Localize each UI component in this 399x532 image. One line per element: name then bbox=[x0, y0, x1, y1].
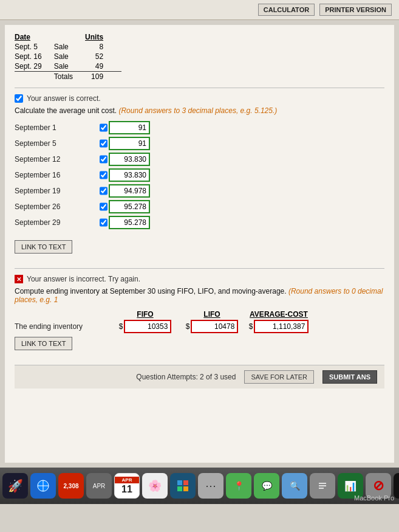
submit-answer-button[interactable]: SUBMIT ANS bbox=[322, 370, 377, 384]
maps-icon[interactable]: 📍 bbox=[226, 473, 251, 499]
date-cell: Sept. 16 bbox=[15, 52, 54, 61]
svg-rect-4 bbox=[177, 480, 182, 485]
row-checkbox[interactable] bbox=[100, 168, 107, 182]
avg-row-label: September 19 bbox=[15, 184, 100, 198]
round-note-1: (Round answers to 3 decimal places, e.g.… bbox=[118, 106, 277, 115]
date-cell: Sept. 29 bbox=[15, 61, 54, 72]
correct-notice: Your answer is correct. bbox=[15, 94, 384, 103]
sales-table: Date Units Sept. 5 Sale 8 Sept. 16 Sale … bbox=[15, 32, 121, 81]
row-checkbox[interactable] bbox=[100, 184, 107, 198]
row-checkbox[interactable] bbox=[100, 200, 107, 213]
avg-row-field bbox=[100, 153, 148, 166]
avg-row-label: September 16 bbox=[15, 168, 100, 182]
avg-row-field bbox=[100, 121, 148, 134]
taskbar: 🚀 2,308 APR APR 11 🌸 ⋯ 📍 💬 🔍 bbox=[0, 468, 399, 504]
separator-2 bbox=[15, 268, 384, 269]
avg-row-field bbox=[100, 200, 148, 213]
avg-row-input[interactable] bbox=[109, 153, 150, 166]
avg-dollar: $ bbox=[249, 322, 253, 331]
row-checkbox[interactable] bbox=[100, 153, 107, 166]
table-section: Date Units Sept. 5 Sale 8 Sept. 16 Sale … bbox=[15, 32, 384, 81]
totals-row: Totals 109 bbox=[15, 72, 121, 82]
ei-row: The ending inventory $ $ $ bbox=[15, 320, 384, 333]
separator-1 bbox=[15, 88, 384, 88]
top-bar: CALCULATOR PRINTER VERSION bbox=[0, 0, 399, 20]
dark-icon[interactable]: 🔒 bbox=[394, 473, 399, 499]
notes-icon[interactable] bbox=[310, 473, 335, 499]
calculator-button[interactable]: CALCULATOR bbox=[258, 4, 315, 16]
launchpad-icon[interactable]: 🚀 bbox=[2, 473, 28, 499]
svg-rect-5 bbox=[183, 480, 188, 485]
avg-row-field bbox=[100, 216, 148, 229]
fifo-dollar: $ bbox=[119, 322, 123, 331]
messages-icon[interactable]: 💬 bbox=[254, 473, 279, 499]
col-units: Units bbox=[85, 32, 121, 42]
type-cell: Sale bbox=[54, 42, 85, 52]
fifo-input[interactable] bbox=[124, 320, 171, 333]
col-date: Date bbox=[15, 32, 54, 42]
avg-row-input[interactable] bbox=[109, 137, 150, 150]
correct-checkbox[interactable] bbox=[15, 94, 23, 103]
col-type bbox=[54, 32, 85, 42]
blue-app-icon[interactable] bbox=[170, 473, 196, 499]
row-checkbox[interactable] bbox=[100, 216, 107, 229]
avg-row-input[interactable] bbox=[109, 216, 150, 229]
link-to-text-btn-1[interactable]: LINK TO TEXT bbox=[15, 240, 72, 254]
avg-unit-cost-grid: September 1September 5September 12Septem… bbox=[15, 121, 384, 229]
row-checkbox[interactable] bbox=[100, 137, 107, 150]
avg-row-label: September 12 bbox=[15, 153, 100, 166]
screen: CALCULATOR PRINTER VERSION Date Units Se… bbox=[0, 0, 399, 532]
x-icon: ✕ bbox=[15, 275, 23, 283]
calendar-icon[interactable]: APR 11 bbox=[114, 473, 140, 499]
units-cell: 8 bbox=[85, 42, 121, 52]
avg-row-input[interactable] bbox=[109, 168, 150, 182]
svg-rect-6 bbox=[177, 486, 182, 491]
avg-row-field bbox=[100, 184, 148, 198]
question-2-text: Compute ending inventory at September 30… bbox=[15, 287, 384, 304]
date-cell: Sept. 5 bbox=[15, 42, 54, 52]
incorrect-notice: ✕ Your answer is incorrect. Try again. bbox=[15, 275, 384, 283]
gray-app-icon[interactable]: APR bbox=[86, 473, 112, 499]
row-checkbox[interactable] bbox=[100, 121, 107, 134]
avg-row-label: September 1 bbox=[15, 121, 100, 134]
avg-row-label: September 5 bbox=[15, 137, 100, 150]
safari-icon[interactable] bbox=[30, 473, 56, 499]
lifo-field-group: $ bbox=[179, 320, 245, 333]
finder-icon[interactable]: 🔍 bbox=[282, 473, 307, 499]
avg-cost-input[interactable] bbox=[254, 320, 309, 333]
bottom-bar: Question Attempts: 2 of 3 used SAVE FOR … bbox=[15, 365, 384, 389]
units-cell: 52 bbox=[85, 52, 121, 61]
photos-icon[interactable]: 🌸 bbox=[142, 473, 168, 499]
attempt-text: Question Attempts: 2 of 3 used bbox=[136, 373, 236, 381]
avg-row-field bbox=[100, 168, 148, 182]
lifo-dollar: $ bbox=[186, 322, 190, 331]
avg-row-field bbox=[100, 137, 148, 150]
ei-label: The ending inventory bbox=[15, 322, 112, 331]
avg-row-input[interactable] bbox=[109, 200, 150, 213]
type-cell: Sale bbox=[54, 52, 85, 61]
header-avg: AVERAGE-COST bbox=[245, 310, 312, 319]
link-to-text-btn-2[interactable]: LINK TO TEXT bbox=[15, 337, 72, 350]
table-row: Sept. 5 Sale 8 bbox=[15, 42, 121, 52]
ei-headers: FIFO LIFO AVERAGE-COST bbox=[112, 310, 384, 319]
lifo-input[interactable] bbox=[191, 320, 238, 333]
correct-text: Your answer is correct. bbox=[27, 94, 101, 103]
save-for-later-button[interactable]: SAVE FOR LATER bbox=[244, 370, 314, 384]
totals-value: 109 bbox=[85, 72, 121, 82]
avg-row-input[interactable] bbox=[109, 121, 150, 134]
dots-icon[interactable]: ⋯ bbox=[198, 473, 223, 499]
printer-version-button[interactable]: PRINTER VERSION bbox=[319, 4, 392, 16]
red-app-icon[interactable]: 2,308 bbox=[58, 473, 84, 499]
totals-label: Totals bbox=[54, 72, 85, 82]
totals-empty bbox=[15, 72, 54, 82]
avg-row-label: September 29 bbox=[15, 216, 100, 229]
units-cell: 49 bbox=[85, 61, 121, 72]
header-fifo: FIFO bbox=[112, 310, 179, 319]
table-row: Sept. 29 Sale 49 bbox=[15, 61, 121, 72]
avg-row-label: September 26 bbox=[15, 200, 100, 213]
incorrect-text: Your answer is incorrect. Try again. bbox=[27, 275, 140, 283]
question-1-text: Calculate the average unit cost. (Round … bbox=[15, 106, 384, 115]
type-cell: Sale bbox=[54, 61, 85, 72]
avg-row-input[interactable] bbox=[109, 184, 150, 198]
svg-rect-7 bbox=[183, 486, 188, 491]
